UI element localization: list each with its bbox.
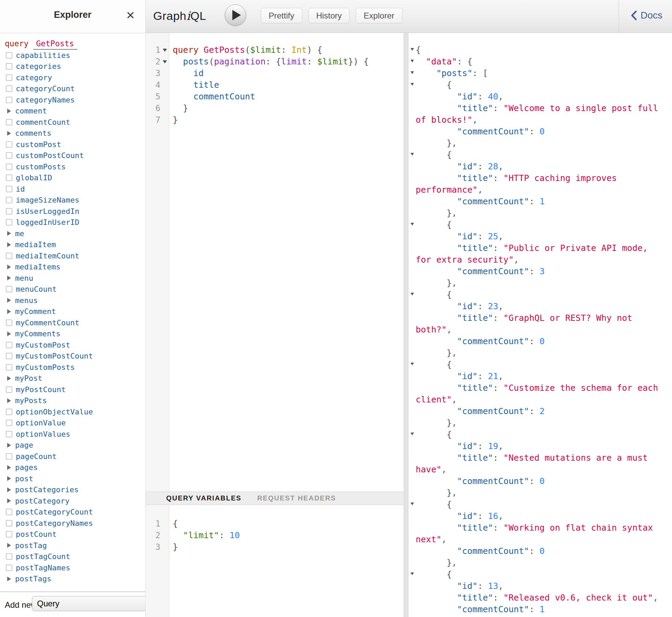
explorer-field-mediaItems[interactable]: mediaItems	[0, 262, 145, 273]
explorer-field-category[interactable]: category	[0, 72, 145, 83]
explorer-field-optionObjectValue[interactable]: optionObjectValue	[0, 406, 145, 418]
expand-arrow-icon[interactable]	[7, 276, 11, 280]
explorer-field-postCategoryNames[interactable]: postCategoryNames	[0, 518, 145, 529]
expand-arrow-icon[interactable]	[7, 265, 11, 269]
fold-arrow-icon[interactable]	[163, 60, 167, 63]
checkbox-icon[interactable]	[6, 420, 12, 426]
explorer-field-postTagNames[interactable]: postTagNames	[0, 562, 145, 573]
operation-name-input[interactable]: GetPosts	[33, 39, 77, 50]
expand-arrow-icon[interactable]	[7, 487, 11, 492]
execute-button[interactable]	[225, 4, 246, 26]
explorer-field-pageCount[interactable]: pageCount	[0, 451, 145, 462]
variables-code[interactable]: { "limit": 10}	[173, 518, 240, 553]
expand-arrow-icon[interactable]	[7, 242, 11, 247]
checkbox-icon[interactable]	[6, 553, 12, 560]
expand-arrow-icon[interactable]	[7, 498, 11, 503]
explorer-field-categories[interactable]: categories	[0, 61, 145, 72]
checkbox-icon[interactable]	[6, 431, 12, 437]
fold-arrow-icon[interactable]	[411, 60, 414, 62]
checkbox-icon[interactable]	[6, 85, 12, 92]
explorer-field-myCustomPost[interactable]: myCustomPost	[0, 339, 145, 351]
fold-arrow-icon[interactable]	[163, 49, 167, 52]
explorer-field-imageSizeNames[interactable]: imageSizeNames	[0, 195, 145, 206]
toolbar-button-history[interactable]: History	[308, 8, 350, 23]
docs-button[interactable]: Docs	[631, 10, 662, 21]
checkbox-icon[interactable]	[6, 531, 12, 537]
tab-request-headers[interactable]: REQUEST HEADERS	[257, 494, 336, 502]
checkbox-icon[interactable]	[6, 319, 12, 326]
expand-arrow-icon[interactable]	[7, 376, 11, 381]
explorer-field-id[interactable]: id	[0, 183, 145, 195]
checkbox-icon[interactable]	[6, 520, 12, 527]
toolbar-button-explorer[interactable]: Explorer	[356, 8, 402, 23]
checkbox-icon[interactable]	[6, 364, 12, 371]
explorer-field-categoryCount[interactable]: categoryCount	[0, 83, 145, 95]
fold-arrow-icon[interactable]	[411, 223, 414, 226]
checkbox-icon[interactable]	[6, 353, 12, 359]
panel-resize-handle[interactable]	[404, 33, 408, 617]
explorer-field-optionValues[interactable]: optionValues	[0, 428, 145, 440]
expand-arrow-icon[interactable]	[7, 231, 11, 236]
explorer-field-optionValue[interactable]: optionValue	[0, 418, 145, 429]
fold-arrow-icon[interactable]	[411, 71, 414, 74]
close-icon[interactable]: ✕	[126, 9, 135, 22]
checkbox-icon[interactable]	[6, 453, 12, 460]
explorer-field-comment[interactable]: comment	[0, 106, 145, 117]
explorer-field-menu[interactable]: menu	[0, 273, 145, 284]
explorer-field-myPostCount[interactable]: myPostCount	[0, 384, 145, 395]
checkbox-icon[interactable]	[6, 386, 12, 393]
explorer-field-me[interactable]: me	[0, 228, 145, 239]
explorer-field-mediaItem[interactable]: mediaItem	[0, 239, 145, 251]
checkbox-icon[interactable]	[6, 141, 12, 148]
expand-arrow-icon[interactable]	[7, 443, 11, 448]
explorer-field-comments[interactable]: comments	[0, 128, 145, 139]
fold-arrow-icon[interactable]	[411, 363, 414, 365]
explorer-field-postCount[interactable]: postCount	[0, 529, 145, 540]
checkbox-icon[interactable]	[6, 197, 12, 203]
query-variables-editor[interactable]: 123 { "limit": 10}	[146, 505, 404, 617]
checkbox-icon[interactable]	[6, 97, 12, 103]
expand-arrow-icon[interactable]	[7, 465, 11, 470]
explorer-field-post[interactable]: post	[0, 473, 145, 484]
explorer-field-isUserLoggedIn[interactable]: isUserLoggedIn	[0, 206, 145, 217]
fold-arrow-icon[interactable]	[411, 48, 414, 51]
checkbox-icon[interactable]	[6, 52, 12, 59]
checkbox-icon[interactable]	[6, 509, 12, 515]
fold-arrow-icon[interactable]	[411, 83, 414, 86]
checkbox-icon[interactable]	[6, 186, 12, 192]
explorer-field-myCommentCount[interactable]: myCommentCount	[0, 317, 145, 328]
explorer-field-postTagCount[interactable]: postTagCount	[0, 551, 145, 562]
checkbox-icon[interactable]	[6, 174, 12, 181]
explorer-field-mediaItemCount[interactable]: mediaItemCount	[0, 250, 145, 262]
explorer-field-myCustomPostCount[interactable]: myCustomPostCount	[0, 351, 145, 362]
checkbox-icon[interactable]	[6, 253, 12, 259]
checkbox-icon[interactable]	[6, 565, 12, 571]
explorer-field-capabilities[interactable]: capabilities	[0, 50, 145, 61]
explorer-field-myPost[interactable]: myPost	[0, 373, 145, 384]
checkbox-icon[interactable]	[6, 342, 12, 348]
checkbox-icon[interactable]	[6, 152, 12, 159]
explorer-field-categoryNames[interactable]: categoryNames	[0, 94, 145, 106]
explorer-field-customPostCount[interactable]: customPostCount	[0, 150, 145, 161]
checkbox-icon[interactable]	[6, 119, 12, 125]
fold-arrow-icon[interactable]	[411, 433, 414, 435]
explorer-field-myPosts[interactable]: myPosts	[0, 395, 145, 407]
checkbox-icon[interactable]	[6, 219, 12, 226]
checkbox-icon[interactable]	[6, 208, 12, 215]
explorer-field-myComment[interactable]: myComment	[0, 306, 145, 317]
query-editor[interactable]: 1234567 query GetPosts($limit: Int) { po…	[146, 33, 404, 492]
explorer-field-postTags[interactable]: postTags	[0, 573, 145, 585]
explorer-field-postCategories[interactable]: postCategories	[0, 484, 145, 496]
explorer-field-menus[interactable]: menus	[0, 295, 145, 306]
expand-arrow-icon[interactable]	[7, 476, 11, 481]
explorer-field-customPosts[interactable]: customPosts	[0, 161, 145, 172]
explorer-field-postCategory[interactable]: postCategory	[0, 495, 145, 507]
expand-arrow-icon[interactable]	[7, 309, 11, 314]
explorer-field-menuCount[interactable]: menuCount	[0, 284, 145, 295]
checkbox-icon[interactable]	[6, 164, 12, 170]
explorer-field-globalID[interactable]: globalID	[0, 172, 145, 184]
explorer-field-postTag[interactable]: postTag	[0, 540, 145, 551]
explorer-field-customPost[interactable]: customPost	[0, 139, 145, 150]
explorer-field-loggedInUserID[interactable]: loggedInUserID	[0, 217, 145, 228]
explorer-field-commentCount[interactable]: commentCount	[0, 117, 145, 128]
